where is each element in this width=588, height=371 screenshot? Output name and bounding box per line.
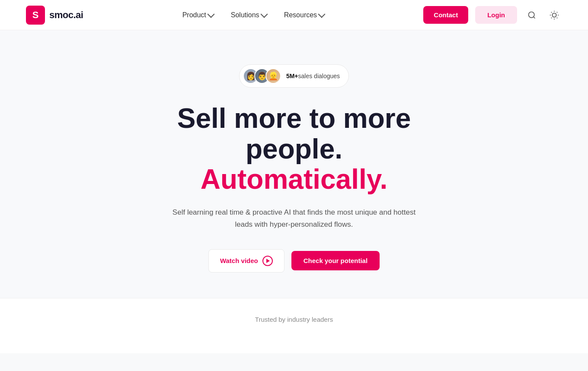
nav-item-resources[interactable]: Resources [284, 11, 324, 19]
logo-letter: S [32, 10, 39, 21]
svg-line-8 [551, 17, 552, 18]
svg-line-9 [557, 12, 557, 12]
play-icon [262, 256, 273, 266]
avatar-group: 👩 👨 👱 [243, 68, 281, 84]
nav-item-solutions-label: Solutions [231, 11, 259, 19]
chevron-down-icon [260, 10, 268, 18]
svg-line-4 [551, 12, 552, 12]
svg-point-1 [552, 13, 556, 17]
hero-section: 👩 👨 👱 5M+sales dialogues Sell more to mo… [0, 30, 588, 298]
trusted-label: Trusted by industry leaders [9, 316, 579, 323]
nav-item-product-label: Product [182, 11, 206, 19]
navbar-actions: Contact Login [423, 6, 562, 24]
navbar: S smoc.ai Product Solutions Resources Co… [0, 0, 588, 30]
nav-item-resources-label: Resources [284, 11, 317, 19]
theme-toggle-button[interactable] [546, 7, 562, 23]
nav-menu: Product Solutions Resources [182, 11, 324, 19]
theme-icon [550, 10, 559, 20]
chevron-down-icon [207, 10, 214, 18]
nav-item-product[interactable]: Product [182, 11, 214, 19]
chevron-down-icon [318, 10, 326, 18]
login-button[interactable]: Login [475, 6, 517, 24]
logo-text: smoc.ai [49, 10, 83, 21]
svg-line-5 [557, 17, 557, 18]
watch-video-label: Watch video [220, 257, 258, 264]
hero-title-line2: people. [177, 134, 411, 164]
logo-area: S smoc.ai [26, 6, 83, 25]
hero-cta: Watch video Check your potential [208, 249, 380, 273]
check-potential-button[interactable]: Check your potential [291, 251, 380, 270]
hero-title-line1: Sell more to more [177, 103, 411, 133]
watch-video-button[interactable]: Watch video [208, 249, 284, 273]
social-proof-text: 5M+sales dialogues [286, 73, 340, 79]
play-triangle-icon [266, 259, 270, 263]
svg-point-0 [529, 12, 534, 17]
hero-title-accent: Automatically. [201, 164, 388, 195]
trusted-section: Trusted by industry leaders [0, 298, 588, 353]
hero-subtitle: Self learning real time & proactive AI t… [169, 206, 419, 230]
hero-title: Sell more to more people. Automatically. [177, 103, 411, 194]
social-proof-count: 5M+ [286, 73, 298, 79]
social-proof-suffix: sales dialogues [298, 73, 340, 79]
search-icon [527, 11, 536, 19]
search-button[interactable] [524, 7, 540, 23]
contact-button[interactable]: Contact [423, 6, 468, 24]
nav-item-solutions[interactable]: Solutions [231, 11, 267, 19]
logo-icon: S [26, 6, 45, 25]
avatar: 👱 [265, 68, 281, 84]
social-proof-badge: 👩 👨 👱 5M+sales dialogues [239, 64, 349, 88]
